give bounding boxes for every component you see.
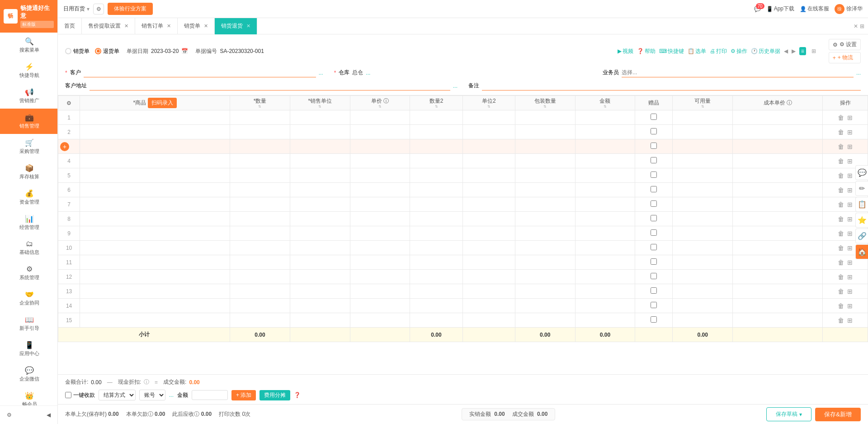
gift-cell-7[interactable] xyxy=(635,197,673,212)
tab-home[interactable]: 首页 xyxy=(58,18,82,34)
copy-row-button-13[interactable]: ⊞ xyxy=(846,287,854,296)
warehouse-dots[interactable]: ... xyxy=(366,70,370,76)
gift-checkbox-3[interactable] xyxy=(651,143,657,149)
cost-price-cell-5[interactable] xyxy=(733,168,823,183)
sort-quantity-icon[interactable]: ⇅ xyxy=(232,105,288,109)
daily-goods-label[interactable]: 日用百货 ▾ xyxy=(63,5,90,13)
available-cell-6[interactable] xyxy=(673,183,733,197)
qty2-cell-2[interactable] xyxy=(410,125,462,139)
qty2-cell-1[interactable] xyxy=(410,110,462,125)
right-action-chat[interactable]: 💬 xyxy=(855,165,868,180)
pack-qty-cell-3[interactable] xyxy=(515,139,575,154)
unit-price-cell-10[interactable] xyxy=(350,241,410,255)
quantity-cell-10[interactable] xyxy=(230,241,290,255)
gift-cell-6[interactable] xyxy=(635,183,673,197)
unit-price-cell-2[interactable] xyxy=(350,125,410,139)
cost-price-cell-10[interactable] xyxy=(733,241,823,255)
right-action-clipboard[interactable]: 📋 xyxy=(855,197,868,212)
delete-row-button-14[interactable]: 🗑 xyxy=(837,301,845,310)
gift-checkbox-12[interactable] xyxy=(651,273,657,279)
amount-cell-5[interactable] xyxy=(575,168,635,183)
product-cell-15[interactable] xyxy=(80,313,230,328)
gift-checkbox-13[interactable] xyxy=(651,287,657,294)
amount-input[interactable] xyxy=(192,390,228,400)
qty2-cell-14[interactable] xyxy=(410,299,462,313)
copy-row-button-2[interactable]: ⊞ xyxy=(846,128,854,137)
shortcuts-action[interactable]: ⌨ 快捷键 xyxy=(659,48,684,55)
pack-qty-cell-4[interactable] xyxy=(515,154,575,168)
remark-input[interactable] xyxy=(482,81,861,91)
delete-row-button-2[interactable]: 🗑 xyxy=(837,128,845,137)
amount-cell-14[interactable] xyxy=(575,299,635,313)
delete-row-button-4[interactable]: 🗑 xyxy=(837,157,845,166)
available-cell-3[interactable] xyxy=(673,139,733,154)
amount-cell-10[interactable] xyxy=(575,241,635,255)
unit2-cell-13[interactable] xyxy=(462,284,515,299)
nav-next-icon[interactable]: ▶ xyxy=(792,48,796,54)
amount-cell-3[interactable] xyxy=(575,139,635,154)
cost-price-cell-4[interactable] xyxy=(733,154,823,168)
account-dots[interactable]: ... xyxy=(169,392,174,398)
unit-price-cell-3[interactable] xyxy=(350,139,410,154)
cost-price-cell-9[interactable] xyxy=(733,226,823,241)
pack-qty-cell-2[interactable] xyxy=(515,125,575,139)
quantity-cell-4[interactable] xyxy=(230,154,290,168)
salesperson-dots[interactable]: ... xyxy=(856,70,861,76)
sidebar-item-marketing[interactable]: 📢营销推广 xyxy=(0,83,57,109)
gift-checkbox-9[interactable] xyxy=(651,229,657,236)
product-cell-8[interactable] xyxy=(80,212,230,226)
delete-row-button-12[interactable]: 🗑 xyxy=(837,272,845,281)
quantity-cell-14[interactable] xyxy=(230,299,290,313)
sidebar-item-quick-nav[interactable]: ⚡快捷导航 xyxy=(0,58,57,83)
sidebar-item-inventory[interactable]: 📦库存核算 xyxy=(0,159,57,185)
unit-price-cell-8[interactable] xyxy=(350,212,410,226)
sort-available-icon[interactable]: ⇅ xyxy=(675,105,731,109)
amount-cell-1[interactable] xyxy=(575,110,635,125)
tab-sale-price[interactable]: 售价提取设置 ✕ xyxy=(82,18,135,34)
available-cell-12[interactable] xyxy=(673,270,733,284)
delete-row-button-7[interactable]: 🗑 xyxy=(837,200,845,209)
gift-cell-10[interactable] xyxy=(635,241,673,255)
sale-unit-cell-12[interactable] xyxy=(290,270,350,284)
qty2-cell-13[interactable] xyxy=(410,284,462,299)
product-cell-13[interactable] xyxy=(80,284,230,299)
unit-price-cell-13[interactable] xyxy=(350,284,410,299)
amount-cell-9[interactable] xyxy=(575,226,635,241)
right-action-home[interactable]: 🏠 xyxy=(855,244,868,259)
gift-checkbox-7[interactable] xyxy=(651,200,657,207)
quantity-cell-12[interactable] xyxy=(230,270,290,284)
sort-unit2-icon[interactable]: ⇅ xyxy=(465,105,513,109)
pack-qty-cell-9[interactable] xyxy=(515,226,575,241)
product-cell-9[interactable] xyxy=(80,226,230,241)
sidebar-item-sales[interactable]: 💼销售管理 xyxy=(0,109,57,134)
copy-row-button-6[interactable]: ⊞ xyxy=(846,186,854,195)
cost-price-cell-1[interactable] xyxy=(733,110,823,125)
online-service-link[interactable]: 👤 在线客服 xyxy=(800,5,829,13)
copy-row-button-3[interactable]: ⊞ xyxy=(846,142,854,151)
right-action-star[interactable]: ⭐ xyxy=(855,213,868,228)
print-action[interactable]: 🖨 打印 xyxy=(710,48,727,55)
delete-row-button-10[interactable]: 🗑 xyxy=(837,243,845,252)
sidebar-item-enterprise-wechat[interactable]: 💬企业微信 xyxy=(0,362,57,387)
unit-price-cell-11[interactable] xyxy=(350,255,410,270)
amount-cell-2[interactable] xyxy=(575,125,635,139)
pack-qty-cell-8[interactable] xyxy=(515,212,575,226)
notification-area[interactable]: 💬 70 xyxy=(754,6,761,12)
unit-price-cell-7[interactable] xyxy=(350,197,410,212)
unit-price-cell-15[interactable] xyxy=(350,313,410,328)
product-cell-1[interactable] xyxy=(80,110,230,125)
copy-row-button-5[interactable]: ⊞ xyxy=(846,171,854,180)
delete-row-button-5[interactable]: 🗑 xyxy=(837,171,845,180)
unit-price-cell-6[interactable] xyxy=(350,183,410,197)
view-list-icon[interactable]: ≡ xyxy=(799,47,806,55)
amount-cell-13[interactable] xyxy=(575,284,635,299)
settlement-method-select[interactable]: 结算方式 xyxy=(99,390,136,400)
calendar-icon[interactable]: 📅 xyxy=(181,48,188,54)
copy-row-button-14[interactable]: ⊞ xyxy=(846,301,854,310)
available-cell-7[interactable] xyxy=(673,197,733,212)
product-cell-6[interactable] xyxy=(80,183,230,197)
gift-cell-5[interactable] xyxy=(635,168,673,183)
cost-price-cell-2[interactable] xyxy=(733,125,823,139)
gift-cell-2[interactable] xyxy=(635,125,673,139)
pack-qty-cell-12[interactable] xyxy=(515,270,575,284)
